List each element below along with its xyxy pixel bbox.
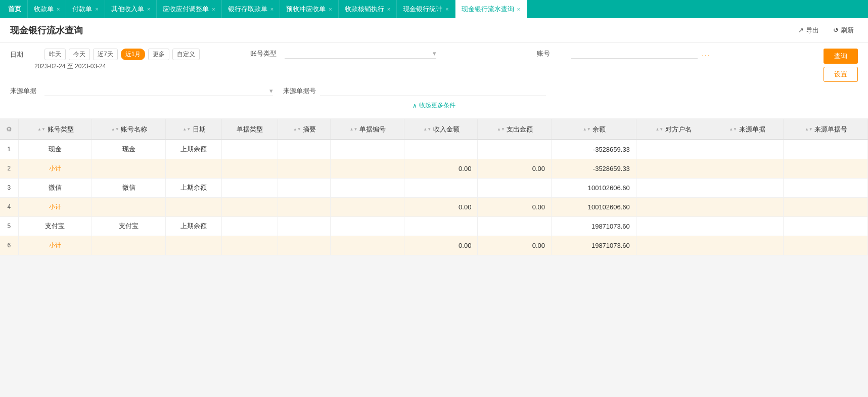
account-type-label: 账号类型 [250, 49, 281, 58]
sort-arrows[interactable]: ▲▼ [293, 127, 301, 131]
table-cell: 0.00 [404, 197, 478, 216]
close-icon[interactable]: × [387, 6, 390, 12]
table-row: 6小计0.000.0019871073.60 [0, 236, 868, 255]
nav-tab-yingshoutiaozheng[interactable]: 应收应付调整单 × [157, 0, 221, 18]
page-title: 现金银行流水查询 [10, 24, 83, 36]
table-cell [784, 159, 868, 178]
close-icon[interactable]: × [212, 6, 215, 12]
sort-arrows[interactable]: ▲▼ [655, 127, 663, 131]
nav-tab-liushuichaxun[interactable]: 现金银行流水查询 × [455, 0, 527, 18]
table-cell [710, 197, 784, 216]
table-cell: 小计 [18, 159, 92, 178]
sort-arrows[interactable]: ▲▼ [182, 127, 191, 131]
col-summary: ▲▼ 摘要 [278, 119, 331, 140]
table-cell [710, 216, 784, 236]
page-header: 现金银行流水查询 ↗ 导出 ↺ 刷新 [0, 18, 868, 42]
nav-tab-shoukuandan[interactable]: 收款单 × [28, 0, 66, 18]
nav-tab-fukuandan[interactable]: 付款单 × [66, 0, 105, 18]
table-cell: 0.00 [478, 236, 552, 255]
query-button[interactable]: 查询 [824, 49, 858, 64]
table-cell: 微信 [92, 178, 166, 197]
table-cell: 100102606.60 [552, 197, 636, 216]
account-type-input[interactable] [285, 49, 433, 58]
source-doc-number-input[interactable] [320, 86, 546, 96]
sort-arrows[interactable]: ▲▼ [805, 127, 813, 131]
date-btn-more[interactable]: 更多 [148, 49, 169, 60]
sort-arrows[interactable]: ▲▼ [111, 127, 119, 131]
refresh-button[interactable]: ↺ 刷新 [829, 24, 858, 37]
dots-menu[interactable]: ... [702, 50, 711, 58]
date-btn-7days[interactable]: 近7天 [93, 49, 118, 60]
source-doc-label: 来源单据 [10, 86, 40, 96]
export-button[interactable]: ↗ 导出 [794, 24, 823, 37]
col-source-doc-num: ▲▼ 来源单据号 [784, 119, 868, 140]
table-cell: 19871073.60 [552, 216, 636, 236]
table-cell [330, 159, 404, 178]
sort-arrows[interactable]: ▲▼ [350, 127, 358, 131]
table-cell [330, 236, 404, 255]
table-cell: 上期余额 [165, 216, 221, 236]
export-icon: ↗ [798, 26, 804, 34]
table-cell: 上期余额 [165, 140, 221, 159]
col-income: ▲▼ 收入金额 [404, 119, 478, 140]
filter-area: 日期 昨天 今天 近7天 近1月 更多 自定义 2023-02-24 至 202… [0, 42, 868, 118]
table-cell [92, 159, 166, 178]
setting-button[interactable]: 设置 [824, 67, 858, 82]
header-actions: ↗ 导出 ↺ 刷新 [794, 24, 858, 37]
sort-arrows[interactable]: ▲▼ [729, 127, 737, 131]
sort-arrows[interactable]: ▲▼ [583, 127, 591, 131]
close-icon[interactable]: × [329, 6, 332, 12]
table-settings-icon[interactable]: ⚙ [0, 119, 18, 140]
table-row: 1现金现金上期余额-3528659.33 [0, 140, 868, 159]
nav-tab-shoukuanzhixing[interactable]: 收款核销执行 × [339, 0, 397, 18]
table-cell [636, 140, 710, 159]
table-cell [710, 140, 784, 159]
table-cell [278, 216, 331, 236]
table-cell [784, 178, 868, 197]
table-cell [330, 197, 404, 216]
close-icon[interactable]: × [57, 6, 60, 12]
nav-home[interactable]: 首页 [2, 0, 28, 18]
collapse-bar[interactable]: ∧ 收起更多条件 [10, 99, 858, 112]
nav-tab-yushouchong[interactable]: 预收冲应收单 × [280, 0, 338, 18]
sort-arrows[interactable]: ▲▼ [497, 127, 505, 131]
table-cell: 6 [0, 236, 18, 255]
table-cell: 2 [0, 159, 18, 178]
nav-tab-yinhangcunqu[interactable]: 银行存取款单 × [222, 0, 280, 18]
col-balance: ▲▼ 余额 [552, 119, 636, 140]
date-btn-today[interactable]: 今天 [69, 49, 90, 60]
source-doc-input[interactable] [44, 86, 269, 96]
date-range: 2023-02-24 至 2023-03-24 [34, 63, 106, 70]
date-label: 日期 [10, 50, 40, 59]
close-icon[interactable]: × [270, 6, 273, 12]
nav-tab-qitashouru[interactable]: 其他收入单 × [105, 0, 157, 18]
close-icon[interactable]: × [147, 6, 150, 12]
nav-tab-xianjintongji[interactable]: 现金银行统计 × [397, 0, 455, 18]
account-input[interactable] [571, 49, 698, 59]
table-cell [278, 178, 331, 197]
col-counterparty: ▲▼ 对方户名 [636, 119, 710, 140]
close-icon[interactable]: × [517, 6, 520, 12]
table-cell [222, 140, 278, 159]
table-cell: 现金 [92, 140, 166, 159]
table-cell: 5 [0, 216, 18, 236]
sort-arrows[interactable]: ▲▼ [37, 127, 45, 131]
table-cell [710, 236, 784, 255]
col-account-name: ▲▼ 账号名称 [92, 119, 166, 140]
date-btn-1month[interactable]: 近1月 [121, 49, 146, 60]
date-btn-yesterday[interactable]: 昨天 [44, 49, 66, 60]
table-cell: 支付宝 [18, 216, 92, 236]
sort-arrows[interactable]: ▲▼ [423, 127, 431, 131]
date-btn-custom[interactable]: 自定义 [172, 49, 200, 60]
table-cell [330, 140, 404, 159]
account-label: 账号 [537, 49, 567, 58]
table-cell [478, 140, 552, 159]
table-cell [636, 236, 710, 255]
close-icon[interactable]: × [95, 6, 98, 12]
close-icon[interactable]: × [445, 6, 448, 12]
table-cell [278, 236, 331, 255]
table-cell [636, 197, 710, 216]
table-container: ⚙ ▲▼ 账号类型 ▲▼ 账号名称 ▲▼ 日期 单据类型 ▲▼ [0, 119, 868, 255]
source-doc-dropdown-icon[interactable]: ▾ [269, 87, 273, 95]
account-type-dropdown-icon[interactable]: ▾ [433, 50, 436, 57]
